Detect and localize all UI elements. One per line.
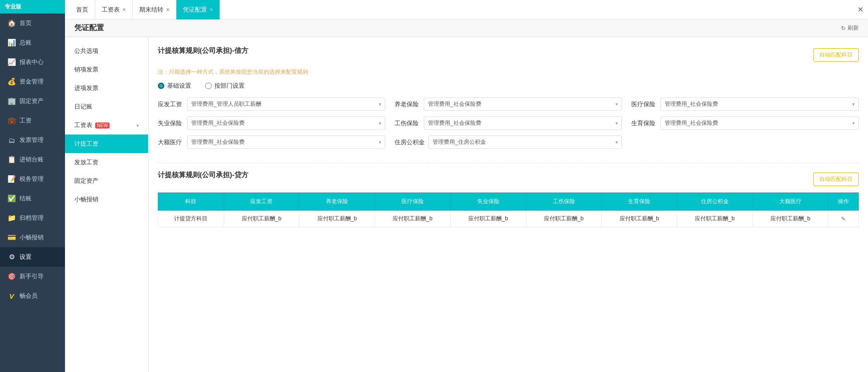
left-nav-journal[interactable]: 日记账 — [65, 97, 148, 116]
member-icon: V — [7, 292, 16, 300]
left-nav-sales-invoice[interactable]: 销项发票 — [65, 60, 148, 79]
page-title: 凭证配置 — [74, 23, 104, 33]
left-nav-pay-payroll[interactable]: 发放工资 — [65, 153, 148, 172]
field-injury-label: 工伤保险 — [395, 119, 420, 128]
sidebar-item-archive[interactable]: 📁 归档管理 — [0, 208, 65, 228]
row-edit-action[interactable]: ✎ — [828, 211, 858, 227]
field-salary-value: 管理费用_管理人员职工薪酬 — [191, 100, 377, 108]
tab-voucher-config[interactable]: 凭证配置 × — [176, 0, 220, 19]
field-maternity: 生育保险 管理费用_社会保险费 ▾ — [631, 116, 859, 130]
sidebar-item-member[interactable]: V 畅会员 — [0, 286, 65, 306]
row-unemployment: 应付职工薪酬_b — [450, 211, 526, 227]
left-nav-fixed-assets[interactable]: 固定资产 — [65, 172, 148, 190]
purchase-icon: 📋 — [7, 155, 16, 164]
refresh-label: 刷新 — [848, 24, 859, 32]
sidebar-item-report-center[interactable]: 📈 报表中心 — [0, 52, 65, 72]
left-nav-accrual-payroll[interactable]: 计提工资 — [65, 135, 148, 153]
debit-fields-grid: 应发工资 管理费用_管理人员职工薪酬 ▾ 养老保险 管理费用_社会保险费 ▾ — [158, 97, 859, 149]
archive-icon: 📁 — [7, 214, 16, 222]
sidebar-item-fixed-assets[interactable]: 🏢 固定资产 — [0, 91, 65, 111]
edit-icon[interactable]: ✎ — [841, 216, 846, 222]
field-injury-value: 管理费用_社会保险费 — [428, 119, 614, 127]
field-pension-value: 管理费用_社会保险费 — [428, 100, 614, 108]
sidebar: 专业版 🏠 首页 📊 总账 📈 报表中心 💰 资金管理 🏢 固定资产 💼 工资 … — [0, 0, 65, 372]
tab-home[interactable]: 首页 — [70, 0, 95, 19]
row-housing: 应付职工薪酬_b — [677, 211, 753, 227]
field-unemployment-label: 失业保险 — [158, 119, 183, 128]
sidebar-item-purchase-sale[interactable]: 📋 进销台账 — [0, 150, 65, 169]
tab-payroll-table[interactable]: 工资表 × — [95, 0, 133, 19]
credit-rules-table: 科目 应发工资 养老保险 医疗保险 失业保险 工伤保险 生育保险 住房公积金 大… — [158, 192, 859, 227]
window-close-button[interactable]: ✕ — [857, 5, 863, 14]
field-salary-select[interactable]: 管理费用_管理人员职工薪酬 ▾ — [187, 97, 385, 111]
field-housing-fund-value: 管理费用_住房公积金 — [433, 138, 614, 146]
field-housing-fund-select[interactable]: 管理费用_住房公积金 ▾ — [428, 135, 622, 149]
sidebar-item-expense[interactable]: 💳 小畅报销 — [0, 228, 65, 247]
field-medical-select[interactable]: 管理费用_社会保险费 ▾ — [661, 97, 859, 111]
refresh-icon: ↻ — [841, 25, 846, 32]
sidebar-item-payroll[interactable]: 💼 工资 — [0, 111, 65, 130]
sidebar-item-tax-mgmt[interactable]: 📝 税务管理 — [0, 169, 65, 189]
field-unemployment: 失业保险 管理费用_社会保险费 ▾ — [158, 116, 385, 130]
field-pension: 养老保险 管理费用_社会保险费 ▾ — [395, 97, 622, 111]
col-maternity: 生育保险 — [602, 193, 677, 211]
sidebar-item-label: 报表中心 — [19, 58, 44, 66]
sidebar-item-general-ledger[interactable]: 📊 总账 — [0, 33, 65, 52]
field-maternity-select[interactable]: 管理费用_社会保险费 ▾ — [661, 116, 859, 130]
col-subject: 科目 — [158, 193, 224, 211]
sidebar-item-home[interactable]: 🏠 首页 — [0, 13, 65, 33]
radio-basic[interactable]: 基础设置 — [158, 82, 191, 90]
field-pension-select[interactable]: 管理费用_社会保险费 ▾ — [424, 97, 622, 111]
left-nav: 公共选项 销项发票 进项发票 日记账 工资表 NEW ▾ 计提工资 发放工资 — [65, 37, 149, 372]
field-large-medical: 大额医疗 管理费用_社会保险费 ▾ — [158, 135, 385, 149]
left-nav-purchase-invoice[interactable]: 进项发票 — [65, 79, 148, 97]
col-unemployment: 失业保险 — [450, 193, 526, 211]
sidebar-item-fund-mgmt[interactable]: 💰 资金管理 — [0, 72, 65, 91]
section2-title: 计提核算规则(公司承担)-贷方 — [158, 171, 248, 182]
sidebar-item-label: 结账 — [19, 194, 32, 203]
left-nav-xiaochang-expense[interactable]: 小畅报销 — [65, 190, 148, 209]
dropdown-arrow-icon: ▾ — [379, 140, 381, 145]
sidebar-item-settings[interactable]: ⚙ 设置 — [0, 247, 65, 267]
dropdown-arrow-icon: ▾ — [615, 121, 618, 126]
debit-rules-section: 计提核算规则(公司承担)-借方 自动匹配科目 注：只能选择一种方式，系统将按照您… — [158, 46, 859, 149]
sidebar-item-close[interactable]: ✅ 结账 — [0, 189, 65, 208]
payroll-icon: 💼 — [7, 116, 16, 125]
app-brand: 专业版 — [0, 0, 65, 13]
sidebar-item-guide[interactable]: 🎯 新手引导 — [0, 267, 65, 286]
row-pension: 应付职工薪酬_b — [299, 211, 375, 227]
field-housing-fund: 住房公积金 管理费用_住房公积金 ▾ — [395, 135, 622, 149]
tab-voucher-close-btn[interactable]: × — [210, 6, 213, 13]
radio-basic-input[interactable] — [158, 83, 164, 89]
field-salary: 应发工资 管理费用_管理人员职工薪酬 ▾ — [158, 97, 385, 111]
radio-group: 基础设置 按部门设置 — [158, 82, 859, 90]
col-action: 操作 — [828, 193, 858, 211]
field-unemployment-value: 管理费用_社会保险费 — [191, 119, 377, 127]
auto-match-debit-button[interactable]: 自动匹配科目 — [813, 48, 859, 62]
row-subject: 计提贷方科目 — [158, 211, 224, 227]
field-unemployment-select[interactable]: 管理费用_社会保险费 ▾ — [187, 116, 385, 130]
tab-period-close[interactable]: 期末结转 × — [133, 0, 176, 19]
home-icon: 🏠 — [7, 19, 16, 27]
dropdown-arrow-icon: ▾ — [615, 140, 618, 145]
left-nav-payroll-table[interactable]: 工资表 NEW ▾ — [65, 116, 148, 135]
section-divider — [158, 163, 859, 163]
auto-match-credit-button[interactable]: 自动匹配科目 — [813, 173, 859, 186]
refresh-button[interactable]: ↻ 刷新 — [841, 24, 859, 32]
expand-arrow-icon: ▾ — [136, 123, 139, 128]
radio-dept-label: 按部门设置 — [214, 82, 245, 90]
tab-period-close-btn[interactable]: × — [166, 6, 169, 13]
field-large-medical-select[interactable]: 管理费用_社会保险费 ▾ — [187, 135, 385, 149]
radio-department[interactable]: 按部门设置 — [205, 82, 245, 90]
dropdown-arrow-icon: ▾ — [379, 102, 381, 107]
tab-home-label: 首页 — [76, 6, 88, 14]
radio-dept-input[interactable] — [205, 83, 212, 89]
tab-payroll-close[interactable]: × — [123, 6, 126, 13]
sidebar-item-invoice-mgmt[interactable]: 🗂 发票管理 — [0, 130, 65, 150]
left-nav-public-options[interactable]: 公共选项 — [65, 42, 148, 60]
field-pension-label: 养老保险 — [395, 100, 420, 109]
fund-icon: 💰 — [7, 77, 16, 86]
field-injury-select[interactable]: 管理费用_社会保险费 ▾ — [424, 116, 622, 130]
sidebar-item-label: 首页 — [19, 19, 32, 27]
close-account-icon: ✅ — [7, 194, 16, 203]
